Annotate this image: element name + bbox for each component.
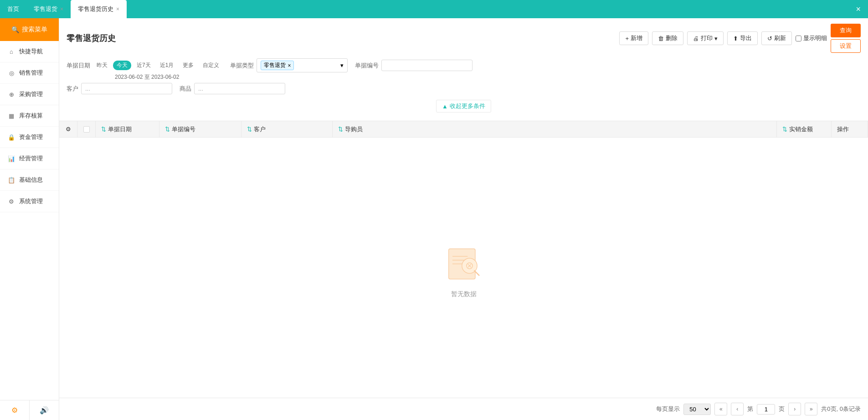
table-container: ⚙ ⇅ 单据日期 ⇅ 单据编号 ⇅ 客户 ⇅ [59, 121, 868, 420]
th-bill-no[interactable]: ⇅ 单据编号 [159, 121, 241, 137]
setting-button[interactable]: 设置 [831, 39, 861, 53]
sidebar-item-system-mgmt[interactable]: ⚙ 系统管理 [0, 191, 59, 212]
th-amount[interactable]: ⇅ 实销金额 [777, 121, 832, 137]
prev-page-button[interactable]: ‹ [731, 403, 744, 415]
date-btn-today[interactable]: 今天 [113, 61, 131, 70]
pagination: 每页显示 50 10 20 100 « ‹ 第 页 › [59, 398, 868, 420]
sidebar-item-operations[interactable]: 📊 经营管理 [0, 148, 59, 169]
date-btn-more[interactable]: 更多 [179, 61, 197, 70]
sidebar-bottom: ⚙ 🔊 [0, 400, 59, 420]
refresh-button[interactable]: ↺ 刷新 [761, 31, 792, 45]
total-info: 共0页, 0条记录 [821, 405, 861, 413]
settings-icon: ⚙ [66, 126, 71, 133]
page-number-input[interactable] [757, 404, 775, 415]
print-chevron-icon: ▾ [714, 35, 718, 42]
page-label: 第 [747, 405, 753, 413]
window-close-button[interactable]: × [848, 5, 868, 14]
sidebar-item-basic-info[interactable]: 📋 基础信息 [0, 169, 59, 191]
date-btn-custom[interactable]: 自定义 [199, 61, 223, 70]
th-settings[interactable]: ⚙ [59, 121, 77, 137]
tab-return-history[interactable]: 零售退货历史 × [71, 0, 127, 18]
th-operation: 操作 [832, 121, 868, 137]
tab-return[interactable]: 零售退货 × [26, 0, 71, 18]
bill-type-tag-close[interactable]: × [288, 62, 291, 69]
sidebar-item-sales-label: 销售管理 [19, 69, 43, 77]
bill-type-select[interactable]: 零售退货 × ▾ [257, 58, 348, 72]
filter-row-2: 客户 ... 商品 ... [67, 83, 861, 94]
content-area: 零售退货历史 + 新增 🗑 删除 🖨 打印 ▾ [59, 18, 868, 420]
display-detail-label: 显示明细 [803, 34, 827, 42]
th-operation-label: 操作 [837, 125, 849, 133]
audio-icon: 🔊 [40, 406, 49, 415]
sidebar-item-purchase-mgmt[interactable]: ⊕ 采购管理 [0, 84, 59, 105]
date-btn-1month[interactable]: 近1月 [156, 61, 178, 70]
tab-list: 首页 零售退货 × 零售退货历史 × [0, 0, 848, 18]
print-button[interactable]: 🖨 打印 ▾ [687, 31, 724, 45]
page-unit: 页 [779, 405, 785, 413]
display-detail-checkbox[interactable] [796, 36, 801, 41]
date-btn-yesterday[interactable]: 昨天 [93, 61, 111, 70]
th-customer[interactable]: ⇅ 客户 [241, 121, 333, 137]
first-page-button[interactable]: « [714, 403, 727, 415]
tab-home[interactable]: 首页 [0, 0, 26, 18]
next-page-button[interactable]: › [788, 403, 801, 415]
sidebar-item-inventory-label: 库存核算 [19, 112, 43, 120]
goods-label: 商品 [180, 85, 191, 93]
tab-return-history-label: 零售退货历史 [78, 5, 113, 13]
export-label: 导出 [740, 34, 752, 42]
last-page-button[interactable]: » [805, 403, 817, 415]
gear-icon: ⚙ [11, 406, 18, 415]
customer-label: 客户 [67, 85, 78, 93]
customer-input[interactable]: ... [81, 83, 172, 94]
th-amount-label: 实销金额 [789, 125, 813, 133]
sort-bill-icon: ⇅ [165, 126, 170, 133]
sidebar-item-inventory[interactable]: ▦ 库存核算 [0, 105, 59, 127]
per-page-select[interactable]: 50 10 20 100 [683, 404, 711, 415]
sidebar-item-purchase-label: 采购管理 [19, 90, 43, 98]
display-detail-check[interactable]: 显示明细 [796, 34, 827, 42]
purchase-icon: ⊕ [7, 90, 15, 98]
th-checkbox[interactable] [77, 121, 96, 137]
collapse-icon: ▲ [442, 103, 448, 110]
sidebar-audio-button[interactable]: 🔊 [30, 400, 59, 420]
bill-no-filter-item: 单据编号 [355, 60, 473, 71]
new-button[interactable]: + 新增 [619, 31, 648, 45]
sidebar-item-quick-nav[interactable]: ⌂ 快捷导航 [0, 41, 59, 62]
bill-no-input[interactable] [381, 60, 473, 71]
print-icon: 🖨 [693, 35, 699, 42]
customer-filter-item: 客户 ... [67, 83, 172, 94]
per-page-label: 每页显示 [656, 405, 680, 413]
bill-type-tag: 零售退货 × [261, 61, 294, 70]
last-page-icon: » [810, 406, 813, 412]
th-guide[interactable]: ⇅ 导购员 [333, 121, 777, 137]
th-customer-label: 客户 [254, 125, 266, 133]
sidebar-search[interactable]: 🔍 搜索菜单 [0, 18, 59, 41]
goods-filter-item: 商品 ... [180, 83, 285, 94]
date-btn-7days[interactable]: 近7天 [133, 61, 154, 70]
delete-button[interactable]: 🗑 删除 [652, 31, 683, 45]
sort-guide-icon: ⇅ [338, 126, 343, 133]
sidebar-item-finance[interactable]: 🔒 资金管理 [0, 127, 59, 148]
export-button[interactable]: ⬆ 导出 [727, 31, 758, 45]
system-icon: ⚙ [7, 197, 15, 205]
query-button[interactable]: 查询 [831, 24, 861, 37]
sidebar-item-sales-mgmt[interactable]: ◎ 销售管理 [0, 62, 59, 84]
chevron-down-icon: ▾ [340, 62, 344, 69]
sales-icon: ◎ [7, 69, 15, 77]
sidebar-settings-button[interactable]: ⚙ [0, 400, 30, 420]
th-date[interactable]: ⇅ 单据日期 [96, 121, 159, 137]
page-header: 零售退货历史 + 新增 🗑 删除 🖨 打印 ▾ [59, 18, 868, 121]
tab-return-history-close[interactable]: × [116, 6, 119, 12]
date-range-display: 2023-06-02 至 2023-06-02 [115, 73, 179, 81]
th-guide-label: 导购员 [345, 125, 363, 133]
tab-return-close[interactable]: × [60, 6, 63, 12]
sort-amount-icon: ⇅ [782, 126, 787, 133]
select-all-checkbox[interactable] [83, 126, 90, 133]
tab-home-label: 首页 [7, 5, 19, 13]
empty-illustration [441, 237, 487, 283]
collapse-filter-button[interactable]: ▲ 收起更多条件 [436, 100, 491, 113]
finance-icon: 🔒 [7, 133, 15, 141]
goods-input[interactable]: ... [194, 83, 285, 94]
sidebar-item-finance-label: 资金管理 [19, 133, 43, 141]
plus-icon: + [625, 35, 629, 42]
